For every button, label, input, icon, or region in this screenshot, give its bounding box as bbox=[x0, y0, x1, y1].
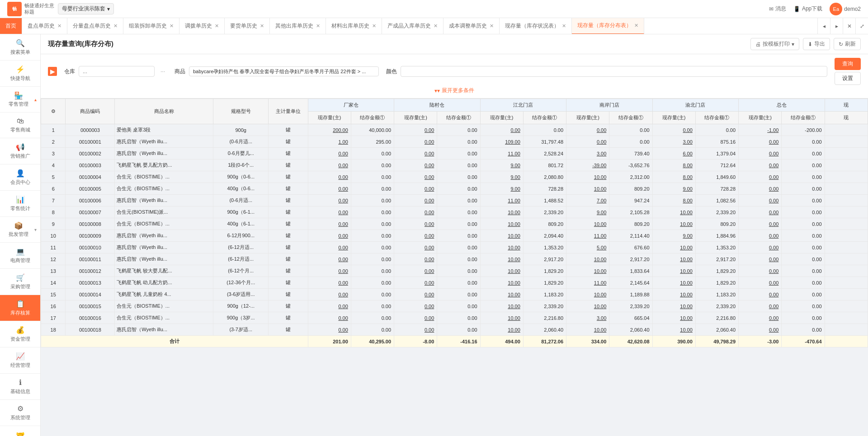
th-settings[interactable]: ⚙ bbox=[41, 99, 66, 124]
table-cell[interactable]: 0.00 bbox=[739, 277, 782, 289]
table-cell[interactable]: 10.00 bbox=[480, 206, 523, 218]
tab-close-all[interactable]: ✕ bbox=[843, 18, 855, 34]
tab-close-icon[interactable]: ✕ bbox=[490, 23, 494, 29]
table-cell[interactable]: 0.00 bbox=[739, 242, 782, 253]
table-cell[interactable]: 0.00 bbox=[308, 265, 351, 277]
industry-selector[interactable]: 母婴行业演示陈套 bbox=[58, 3, 114, 14]
table-cell[interactable]: 10.00 bbox=[480, 265, 523, 277]
tab-requisition[interactable]: 要货单历史 ✕ bbox=[225, 18, 270, 34]
tab-home[interactable]: 首页 bbox=[0, 18, 22, 34]
table-cell[interactable]: 8.00 bbox=[652, 195, 695, 206]
table-cell[interactable]: 0.00 bbox=[308, 195, 351, 206]
tab-close-icon[interactable]: ✕ bbox=[215, 23, 219, 29]
table-cell[interactable]: 0.00 bbox=[308, 312, 351, 324]
table-cell[interactable]: 0.00 bbox=[394, 230, 437, 242]
print-btn[interactable]: 🖨 按模板打印 bbox=[750, 38, 799, 50]
refresh-btn[interactable]: ↻ 刷新 bbox=[834, 38, 861, 50]
tab-material-out[interactable]: 材料出库单历史 ✕ bbox=[326, 18, 382, 34]
table-cell[interactable]: 0.00 bbox=[739, 206, 782, 218]
table-cell[interactable]: 10.00 bbox=[652, 242, 695, 253]
table-cell[interactable]: 10.00 bbox=[652, 265, 695, 277]
sidebar-item-nav[interactable]: ⚡ 快捷导航 bbox=[0, 61, 40, 87]
table-cell[interactable]: 10.00 bbox=[566, 265, 609, 277]
table-cell[interactable]: -39.00 bbox=[566, 159, 609, 171]
table-cell[interactable]: 11.00 bbox=[480, 148, 523, 159]
table-cell[interactable]: 0.00 bbox=[308, 148, 351, 159]
table-cell[interactable]: 0.00 bbox=[566, 136, 609, 148]
table-cell[interactable]: 0.00 bbox=[394, 242, 437, 253]
table-cell[interactable]: 10.00 bbox=[566, 171, 609, 183]
tab-inventory-history[interactable]: 盘点单历史 ✕ bbox=[22, 18, 67, 34]
sidebar-item-search[interactable]: 🔍 搜索英单 bbox=[0, 34, 40, 61]
sidebar-item-marketing[interactable]: 📢 营销推广 bbox=[0, 138, 40, 164]
table-cell[interactable]: 0.00 bbox=[739, 159, 782, 171]
table-cell[interactable]: 10.00 bbox=[480, 300, 523, 312]
table-cell[interactable]: 10.00 bbox=[480, 277, 523, 289]
table-cell[interactable]: 0.00 bbox=[308, 324, 351, 336]
table-cell[interactable]: 0.00 bbox=[394, 312, 437, 324]
table-cell[interactable]: 9.00 bbox=[480, 183, 523, 195]
table-cell[interactable]: 0.00 bbox=[739, 300, 782, 312]
table-cell[interactable]: 0.00 bbox=[739, 253, 782, 265]
tab-close-icon[interactable]: ✕ bbox=[170, 23, 174, 29]
table-cell[interactable]: 0.00 bbox=[394, 183, 437, 195]
goods-input[interactable] bbox=[189, 66, 379, 76]
table-cell[interactable]: 0.00 bbox=[566, 124, 609, 136]
table-cell[interactable]: 0.00 bbox=[739, 289, 782, 300]
table-cell[interactable]: 1.00 bbox=[308, 136, 351, 148]
table-cell[interactable]: 0.00 bbox=[652, 124, 695, 136]
table-cell[interactable]: 10.00 bbox=[566, 300, 609, 312]
table-cell[interactable]: 0.00 bbox=[308, 300, 351, 312]
table-cell[interactable]: 9.00 bbox=[480, 171, 523, 183]
table-cell[interactable]: 0.00 bbox=[308, 218, 351, 230]
table-cell[interactable]: 0.00 bbox=[308, 242, 351, 253]
table-cell[interactable]: 10.00 bbox=[652, 277, 695, 289]
table-cell[interactable]: 0.00 bbox=[739, 312, 782, 324]
table-cell[interactable]: 0.00 bbox=[480, 124, 523, 136]
table-cell[interactable]: 10.00 bbox=[652, 324, 695, 336]
table-cell[interactable]: 0.00 bbox=[308, 230, 351, 242]
table-cell[interactable]: 10.00 bbox=[652, 253, 695, 265]
table-cell[interactable]: 109.00 bbox=[480, 136, 523, 148]
table-cell[interactable]: 10.00 bbox=[480, 253, 523, 265]
table-cell[interactable]: 0.00 bbox=[394, 265, 437, 277]
tab-sub-inventory[interactable]: 分量盘点单历史 ✕ bbox=[67, 18, 123, 34]
tab-stock-distribution[interactable]: 现存量（库存分布表） ✕ bbox=[572, 18, 644, 34]
app-download-btn[interactable]: 📱 App下载 bbox=[793, 5, 822, 13]
sidebar-item-stock[interactable]: 📋 库存核算 bbox=[0, 295, 40, 321]
tab-close-icon[interactable]: ✕ bbox=[562, 23, 566, 29]
table-cell[interactable]: 0.00 bbox=[394, 195, 437, 206]
query-btn[interactable]: 查询 bbox=[835, 58, 861, 70]
sidebar-item-mall[interactable]: 🛍 零售商城 bbox=[0, 113, 40, 138]
table-cell[interactable]: 0.00 bbox=[739, 265, 782, 277]
table-cell[interactable]: 0.00 bbox=[308, 171, 351, 183]
tab-close-icon[interactable]: ✕ bbox=[260, 23, 264, 29]
table-cell[interactable]: 10.00 bbox=[480, 312, 523, 324]
table-cell[interactable]: 8.00 bbox=[652, 159, 695, 171]
table-cell[interactable]: 0.00 bbox=[739, 324, 782, 336]
sidebar-item-ecommerce[interactable]: 💻 电商管理 bbox=[0, 243, 40, 269]
table-cell[interactable]: 5.00 bbox=[566, 242, 609, 253]
tab-stock-status[interactable]: 现存量（库存状况表） ✕ bbox=[500, 18, 572, 34]
table-cell[interactable]: 0.00 bbox=[394, 289, 437, 300]
table-cell[interactable]: 10.00 bbox=[652, 300, 695, 312]
table-cell[interactable]: 0.00 bbox=[308, 253, 351, 265]
sidebar-item-wholesale[interactable]: 📦 批发管理 bbox=[0, 217, 40, 243]
table-cell[interactable]: 0.00 bbox=[394, 159, 437, 171]
sidebar-item-basic[interactable]: ℹ 基础信息 bbox=[0, 374, 40, 400]
tab-transfer[interactable]: 调拨单历史 ✕ bbox=[179, 18, 225, 34]
table-cell[interactable]: 0.00 bbox=[394, 324, 437, 336]
table-cell[interactable]: 3.00 bbox=[566, 312, 609, 324]
tab-cost-adjust[interactable]: 成本调整单历史 ✕ bbox=[443, 18, 500, 34]
table-cell[interactable]: 0.00 bbox=[739, 136, 782, 148]
sidebar-item-collab[interactable]: 🤝 企业协同 bbox=[0, 426, 40, 436]
tab-scroll-right[interactable] bbox=[830, 18, 843, 34]
tab-maximize[interactable]: ⤢ bbox=[855, 18, 868, 34]
table-cell[interactable]: 10.00 bbox=[652, 289, 695, 300]
table-cell[interactable]: 10.00 bbox=[652, 206, 695, 218]
table-cell[interactable]: 11.00 bbox=[566, 277, 609, 289]
settings-btn[interactable]: 设置 bbox=[835, 72, 861, 85]
table-cell[interactable]: 10.00 bbox=[480, 242, 523, 253]
table-cell[interactable]: 10.00 bbox=[566, 324, 609, 336]
tab-finished-in[interactable]: 产成品入库单历史 ✕ bbox=[382, 18, 443, 34]
